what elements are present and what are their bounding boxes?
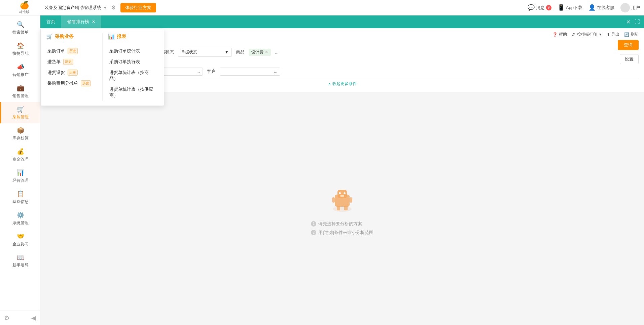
- mobile-icon: 📱: [558, 4, 565, 11]
- menu-item-inbound[interactable]: 进货单 历史: [46, 56, 97, 67]
- tab-close-icon[interactable]: ✕: [92, 19, 95, 24]
- service-icon: 👤: [588, 4, 596, 11]
- menu-item-purchase-cost[interactable]: 采购费用分摊单 历史: [46, 78, 97, 89]
- sidebar-label-marketing: 营销推广: [12, 72, 29, 78]
- goods-tag-close-icon[interactable]: ✕: [265, 50, 268, 54]
- empty-state: 1 请先选择要分析的方案 2 用[过滤]条件来缩小分析范围: [311, 180, 373, 237]
- bottom-settings-icon[interactable]: ⚙: [4, 314, 9, 322]
- salesman-dots: ...: [196, 69, 200, 74]
- menu-item-purchase-order[interactable]: 采购订单 历史: [46, 46, 97, 56]
- tabbar: 首页 销售排行榜 ✕ ✕ ⛶: [40, 15, 644, 28]
- sidebar-item-system[interactable]: ⚙️ 系统管理: [0, 208, 40, 229]
- base-info-icon: 📋: [17, 190, 24, 198]
- menu-item-purchase-order-exec[interactable]: 采购订单执行表: [108, 56, 159, 67]
- sidebar: 🔍 搜索菜单 🏠 快捷导航 📣 营销推广 💼 销售管理 🛒 采购管理 📦 库存核…: [0, 15, 40, 325]
- inventory-icon: 📦: [17, 127, 24, 134]
- user-btn[interactable]: 用户: [620, 3, 640, 12]
- sidebar-item-sales[interactable]: 💼 销售管理: [0, 81, 40, 102]
- tab-sales-rank-label: 销售排行榜: [67, 19, 89, 25]
- purchase-cost-badge: 历史: [81, 80, 91, 86]
- sidebar-label-system: 系统管理: [12, 220, 29, 226]
- help-icon: ❓: [552, 32, 558, 37]
- report-section-title: 📊 报表: [108, 33, 159, 42]
- sidebar-item-search[interactable]: 🔍 搜索菜单: [0, 17, 40, 39]
- menu-item-inbound-stat-goods[interactable]: 进货单统计表（按商品）: [108, 67, 159, 84]
- search-icon: 🔍: [17, 21, 24, 28]
- goods-dots[interactable]: ...: [275, 50, 279, 55]
- settings-btn[interactable]: 设置: [620, 54, 639, 64]
- sidebar-item-guide[interactable]: 📖 新手引导: [0, 250, 40, 272]
- operations-icon: 📊: [17, 169, 24, 176]
- sidebar-bottom: ⚙ ◀: [0, 311, 40, 325]
- report-section-label: 报表: [117, 34, 126, 40]
- empty-tip-1: 1 请先选择要分析的方案: [311, 219, 373, 228]
- sidebar-item-finance[interactable]: 💰 资金管理: [0, 145, 40, 166]
- logo-subtitle: 标准版: [19, 10, 29, 14]
- sidebar-item-enterprise[interactable]: 🤝 企业协同: [0, 229, 40, 250]
- bottom-collapse-icon[interactable]: ◀: [31, 314, 36, 322]
- svg-rect-8: [337, 206, 340, 210]
- tab-expand-icon[interactable]: ⛶: [634, 18, 641, 26]
- guide-icon: 📖: [17, 254, 24, 261]
- report-section-icon: 📊: [108, 33, 115, 40]
- sidebar-item-inventory[interactable]: 📦 库存核算: [0, 123, 40, 145]
- tip-1-num: 1: [311, 221, 316, 227]
- goods-label: 商品: [236, 49, 245, 55]
- help-btn[interactable]: ❓ 帮助: [552, 32, 567, 37]
- online-service-btn[interactable]: 👤 在线客服: [588, 4, 614, 11]
- topbar-right: 💬 消息 9 📱 App下载 👤 在线客服 用户: [528, 3, 640, 12]
- message-badge: 9: [546, 5, 551, 10]
- print-arrow-icon: ▼: [599, 33, 602, 36]
- svg-rect-5: [340, 195, 344, 197]
- sidebar-item-operations[interactable]: 📊 经营管理: [0, 166, 40, 187]
- purchase-section: 🛒 采购业务 采购订单 历史 进货单 历史 进货退货 历史 采购费用分摊单 历史: [41, 33, 102, 101]
- tab-home[interactable]: 首页: [40, 15, 61, 28]
- sidebar-item-base-info[interactable]: 📋 基础信息: [0, 187, 40, 208]
- app-download-btn[interactable]: 📱 App下载: [558, 4, 582, 11]
- goods-tag-text: 设计费: [251, 49, 263, 55]
- online-service-label: 在线客服: [597, 5, 614, 11]
- doc-status-select[interactable]: 单据状态 ▼: [178, 48, 232, 57]
- sidebar-label-inventory: 库存核算: [12, 135, 29, 141]
- system-icon: ⚙️: [17, 211, 24, 219]
- purchase-order-label: 采购订单: [47, 48, 65, 54]
- sidebar-label-quick-nav: 快捷导航: [12, 51, 29, 56]
- tab-sales-rank[interactable]: 销售排行榜 ✕: [61, 15, 101, 28]
- collapse-label: 收起更多条件: [332, 81, 357, 87]
- content-area: 1 请先选择要分析的方案 2 用[过滤]条件来缩小分析范围: [40, 92, 644, 325]
- sidebar-item-purchase[interactable]: 🛒 采购管理: [0, 102, 40, 123]
- export-btn[interactable]: ⬆ 导出: [607, 32, 619, 37]
- svg-rect-6: [332, 197, 335, 203]
- doc-status-value: 单据状态: [181, 49, 197, 55]
- sidebar-item-quick-nav[interactable]: 🏠 快捷导航: [0, 39, 40, 60]
- collapse-chevron-icon: ∧: [328, 82, 331, 86]
- svg-point-4: [344, 192, 346, 194]
- menu-item-purchase-order-stat[interactable]: 采购订单统计表: [108, 46, 159, 56]
- sidebar-label-enterprise: 企业协同: [12, 241, 29, 247]
- goods-tag: 设计费 ✕: [249, 49, 271, 56]
- message-label: 消息: [536, 5, 545, 11]
- customer-dots: ...: [274, 69, 277, 74]
- menu-item-inbound-return[interactable]: 进货退货 历史: [46, 67, 97, 78]
- title-arrow-icon[interactable]: ▼: [103, 6, 107, 10]
- empty-tip-2: 2 用[过滤]条件来缩小分析范围: [311, 228, 373, 237]
- inbound-return-badge: 历史: [68, 70, 78, 76]
- logo-icon: 🍊: [20, 1, 29, 10]
- logo: 🍊 标准版: [4, 1, 44, 14]
- doc-status-arrow-icon: ▼: [225, 50, 229, 54]
- query-btn[interactable]: 查询: [618, 40, 639, 50]
- svg-rect-2: [337, 190, 347, 198]
- settings-gear-icon[interactable]: ⚙: [111, 4, 116, 11]
- tab-window-close-icon[interactable]: ✕: [625, 18, 631, 26]
- purchase-order-badge: 历史: [68, 48, 78, 54]
- customer-select[interactable]: ...: [220, 68, 280, 76]
- refresh-btn[interactable]: 🔄 刷新: [624, 32, 639, 37]
- purchase-cost-label: 采购费用分摊单: [47, 80, 78, 86]
- message-btn[interactable]: 💬 消息 9: [528, 4, 551, 11]
- avatar: [620, 3, 630, 12]
- sidebar-item-marketing[interactable]: 📣 营销推广: [0, 60, 40, 81]
- menu-item-inbound-stat-supplier[interactable]: 进货单统计表（按供应商）: [108, 84, 159, 101]
- print-btn[interactable]: 🖨 按模板打印 ▼: [572, 32, 602, 37]
- help-label: 帮助: [559, 32, 567, 37]
- industry-btn[interactable]: 体验行业方案: [120, 3, 156, 12]
